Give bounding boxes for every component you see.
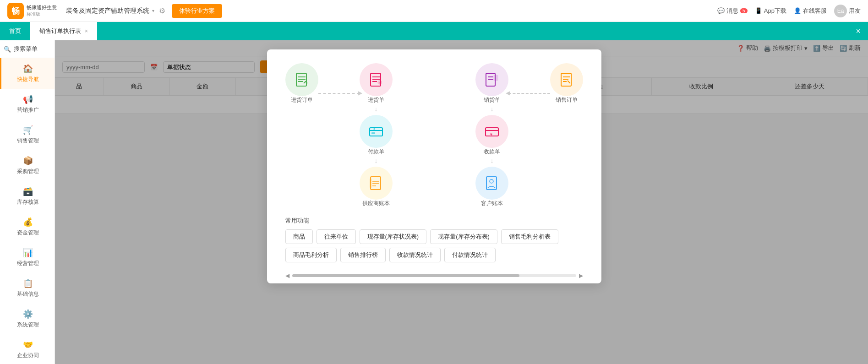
payment-icon: ¥ [368, 123, 384, 140]
svg-text:¥: ¥ [373, 127, 375, 130]
online-service-action[interactable]: 👤 在线客服 [794, 7, 827, 15]
func-btn-6[interactable]: 销售排行榜 [340, 248, 386, 262]
tab-close-icon[interactable]: × [85, 28, 88, 34]
gear-icon[interactable]: ⚙ [159, 6, 165, 15]
purchase-order-circle[interactable] [285, 63, 318, 96]
tab-home-label: 首页 [9, 27, 21, 35]
supplier-ledger-icon [368, 175, 384, 191]
logo-icon: 畅 [7, 3, 24, 19]
receipt-circle[interactable]: ¥ [475, 115, 508, 148]
tab-sales-order[interactable]: 销售订单执行表 × [30, 22, 97, 40]
sidebar-item-marketing[interactable]: 📢 营销推广 [0, 89, 55, 120]
flow-row-2: ¥ 付款单 ¥ [285, 115, 583, 156]
sidebar-item-quick-nav[interactable]: 🏠 快捷导航 [0, 58, 55, 89]
sidebar-item-inventory[interactable]: 🗃️ 库存核算 [0, 181, 55, 212]
arrow-purchase-order-to-bill: ▶ [318, 93, 360, 104]
func-btn-3[interactable]: 现存量(库存分布表) [430, 229, 497, 244]
func-btns: 商品往来单位现存量(库存状况表)现存量(库存分布表)销售毛利分析表商品毛利分析销… [285, 229, 583, 262]
sidebar-item-finance-label: 资金管理 [17, 229, 39, 237]
func-btn-7[interactable]: 收款情况统计 [389, 248, 441, 262]
svg-rect-25 [371, 177, 381, 190]
purchase-bill-icon: ✓ [368, 71, 384, 88]
sales-bill-circle[interactable] [475, 63, 508, 96]
svg-text:✓: ✓ [379, 81, 382, 85]
flow-area: 进货订单 ▶ [267, 49, 601, 217]
func-btn-2[interactable]: 现存量(库存状况表) [360, 229, 427, 244]
sidebar-item-purchase[interactable]: 📦 采购管理 [0, 150, 55, 181]
supplier-ledger-circle[interactable] [360, 167, 393, 200]
service-icon: 👤 [794, 7, 801, 14]
trial-btn[interactable]: 体验行业方案 [172, 4, 222, 18]
sales-bill-icon [484, 71, 500, 88]
home-icon: 🏠 [23, 64, 33, 74]
receipt-icon: ¥ [484, 123, 500, 140]
marketing-icon: 📢 [23, 94, 33, 104]
message-icon: 💬 [717, 7, 725, 14]
payment-circle[interactable]: ¥ [360, 115, 393, 148]
func-btn-1[interactable]: 往来单位 [317, 229, 356, 244]
func-btn-0[interactable]: 商品 [285, 229, 313, 244]
arrow-sales-order-to-bill: ◀ [508, 93, 550, 104]
sidebar-item-collab-label: 企业协同 [17, 352, 39, 359]
sales-icon: 🛒 [23, 125, 33, 135]
down-arrows-row1: ↓ ↓ [285, 106, 583, 112]
arrow-sales-bill-down: ↓ [475, 106, 508, 112]
system-name: 装备及固定资产辅助管理系统 ▾ [66, 7, 154, 15]
basic-info-icon: 📋 [23, 278, 33, 288]
customer-ledger-circle[interactable] [475, 167, 508, 200]
tab-bar-close-icon[interactable]: × [856, 27, 861, 36]
func-btn-8[interactable]: 付款情况统计 [444, 248, 496, 262]
arrow-payment-down: ↓ [360, 158, 393, 164]
svg-text:¥: ¥ [490, 132, 493, 136]
scroll-right-icon[interactable]: ▶ [579, 272, 583, 279]
common-func-title: 常用功能 [285, 217, 583, 225]
sidebar-search-label: 搜索菜单 [14, 45, 38, 53]
sales-order-label: 销售订单 [556, 96, 578, 104]
down-arrows-row2: ↓ ↓ [285, 158, 583, 164]
scroll-track[interactable] [292, 274, 576, 277]
scroll-row: ◀ ▶ [285, 272, 583, 279]
arrow-receipt-down: ↓ [475, 158, 508, 164]
sales-order-circle[interactable] [550, 63, 583, 96]
sidebar-item-quick-nav-label: 快捷导航 [17, 76, 39, 83]
purchase-bill-label: 进货单 [368, 96, 384, 104]
system-dropdown-icon[interactable]: ▾ [152, 8, 154, 13]
svg-rect-13 [494, 75, 498, 81]
modal-overlay[interactable]: 进货订单 ▶ [55, 40, 868, 364]
logo-text: 畅康通好生意 [27, 4, 57, 11]
sales-bill-label: 销货单 [484, 96, 500, 104]
sidebar-item-sales[interactable]: 🛒 销售管理 [0, 120, 55, 150]
common-func-area: 常用功能 商品往来单位现存量(库存状况表)现存量(库存分布表)销售毛利分析表商品… [267, 217, 601, 270]
top-header: 畅 畅康通好生意 标准版 装备及固定资产辅助管理系统 ▾ ⚙ 体验行业方案 💬 … [0, 0, 868, 22]
collab-icon: 🤝 [23, 340, 33, 350]
app-download-label: App下载 [764, 7, 786, 15]
sidebar-item-collab[interactable]: 🤝 企业协同 [0, 334, 55, 364]
purchase-bill-circle[interactable]: ✓ [360, 63, 393, 96]
func-btn-5[interactable]: 商品毛利分析 [285, 248, 337, 262]
receipt-label: 收款单 [484, 148, 500, 156]
purchase-icon: 📦 [23, 156, 33, 166]
sidebar-item-basic-info[interactable]: 📋 基础信息 [0, 273, 55, 304]
func-btn-4[interactable]: 销售毛利分析表 [501, 229, 558, 244]
svg-point-31 [490, 179, 493, 183]
message-label: 消息 [726, 7, 738, 15]
sidebar-item-finance[interactable]: 💰 资金管理 [0, 212, 55, 242]
sidebar-search[interactable]: 🔍 搜索菜单 [0, 40, 55, 58]
avatar: Ea [834, 5, 847, 17]
app-download-action[interactable]: 📱 App下载 [755, 7, 786, 15]
content-area: ❓ 帮助 🖨️ 按模板打印 ▾ ⬆️ 导出 🔄 刷新 📅 单据状态 [55, 40, 868, 364]
logo-area[interactable]: 畅 畅康通好生意 标准版 [7, 3, 62, 19]
user-action[interactable]: Ea 用友 [834, 5, 861, 17]
inventory-icon: 🗃️ [23, 186, 33, 196]
tab-home[interactable]: 首页 [0, 22, 30, 40]
scroll-left-icon[interactable]: ◀ [285, 272, 289, 279]
flow-col-payment: ¥ 付款单 [360, 115, 393, 156]
flow-row-3: 供应商账本 客户账本 [285, 167, 583, 207]
message-action[interactable]: 💬 消息 5 [717, 7, 748, 15]
sidebar-item-purchase-label: 采购管理 [17, 168, 39, 175]
message-badge: 5 [740, 8, 748, 13]
payment-label: 付款单 [368, 148, 384, 156]
sidebar-item-operations[interactable]: 📊 经营管理 [0, 242, 55, 273]
svg-rect-18 [370, 128, 382, 136]
sidebar-item-system[interactable]: ⚙️ 系统管理 [0, 304, 55, 334]
